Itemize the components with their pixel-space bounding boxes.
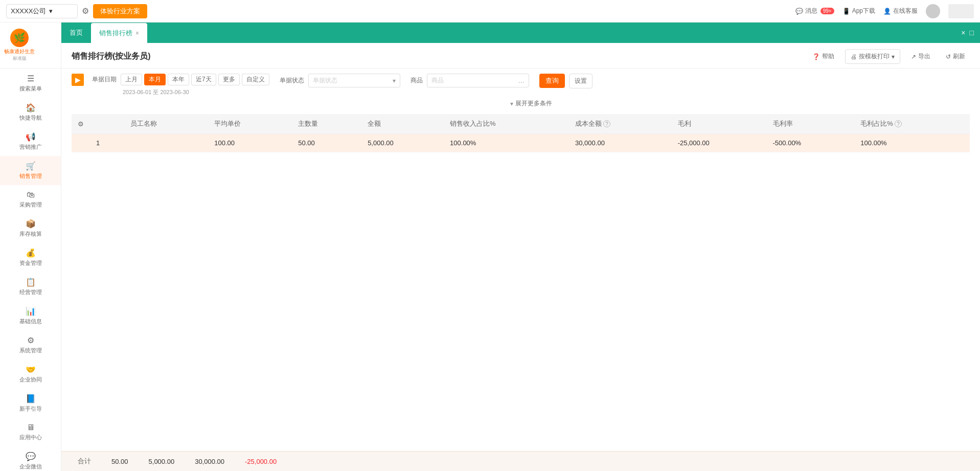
status-label: 单据状态 — [280, 76, 304, 85]
sidebar-item-purchase-mgmt[interactable]: 🛍 采购管理 — [0, 185, 61, 214]
expand-label: 展开更多条件 — [515, 99, 552, 108]
logo-sub: 标准版 — [13, 55, 27, 62]
print-icon: 🖨 — [851, 53, 857, 60]
row-rank-0: 1 — [90, 134, 124, 152]
nav-label-app-center: 应用中心 — [19, 434, 42, 441]
tab-close-icon[interactable]: × — [135, 30, 139, 37]
avatar[interactable] — [926, 4, 940, 18]
content-area: 首页 销售排行榜 × × □ 销售排行榜(按业务员) — [61, 23, 980, 471]
sidebar-item-operations[interactable]: 📋 经营管理 — [0, 272, 61, 301]
refresh-button[interactable]: ↺ 刷新 — [941, 50, 970, 63]
date-btn-this-year[interactable]: 本年 — [168, 74, 189, 85]
nav-icon-system: ⚙ — [27, 335, 34, 345]
nav-icon-app-center: 🖥 — [27, 423, 35, 432]
sidebar-logo: 🌿 畅康通好生意 标准版 — [0, 23, 61, 69]
tab-bar: 首页 销售排行榜 × × □ — [61, 23, 980, 43]
table-th-settings[interactable]: ⚙ — [72, 114, 90, 134]
status-dropdown-icon: ▾ — [393, 77, 396, 84]
sidebar-item-enterprise-wechat[interactable]: 💬 企业微信 — [0, 446, 61, 471]
table-header-row: ⚙ 员工名称 平均单价 主数量 全额 销售收入占比% 成本全额 — [72, 114, 970, 134]
trial-button[interactable]: 体验行业方案 — [93, 4, 147, 18]
goods-input[interactable]: 商品 … — [427, 74, 529, 87]
tab-home[interactable]: 首页 — [61, 23, 91, 43]
date-btn-more[interactable]: 更多 — [218, 74, 240, 85]
sidebar-item-search-order[interactable]: ☰ 搜索菜单 — [0, 69, 61, 98]
sidebar-item-capital[interactable]: 💰 资金管理 — [0, 243, 61, 272]
message-button[interactable]: 💬 消息 99+ — [795, 7, 834, 15]
tab-window-maximize-icon[interactable]: □ — [970, 29, 974, 37]
gross-pct-info-icon[interactable]: ? — [895, 120, 902, 127]
nav-icon-quick-nav: 🏠 — [26, 103, 36, 113]
filter-area: ▶ 单据日期 上月 本月 本年 近7天 — [61, 69, 980, 114]
sidebar-item-enterprise-collab[interactable]: 🤝 企业协同 — [0, 360, 61, 389]
sidebar-item-inventory[interactable]: 📦 库存核算 — [0, 214, 61, 243]
table-footer: 合计 50.00 5,000.00 30,000.00 -25,000.00 — [61, 451, 980, 471]
row-name-0 — [124, 134, 208, 152]
sidebar-item-sales-mgmt[interactable]: 🛒 销售管理 — [0, 156, 61, 185]
table-th-main-qty: 主数量 — [292, 114, 361, 134]
settings-icon[interactable]: ⚙ — [82, 6, 89, 16]
date-btn-7days[interactable]: 近7天 — [191, 74, 216, 85]
online-service-icon: 👤 — [883, 8, 891, 15]
nav-label-operations: 经营管理 — [19, 288, 42, 296]
sidebar-item-quick-nav[interactable]: 🏠 快捷导航 — [0, 98, 61, 127]
filter-main: 单据日期 上月 本月 本年 近7天 更多 自定义 — [92, 74, 970, 109]
footer-amount: 5,000.00 — [149, 458, 175, 465]
query-button[interactable]: 查询 — [539, 74, 565, 88]
goods-label: 商品 — [411, 76, 423, 85]
company-selector[interactable]: XXXXX公司 ▾ — [6, 4, 78, 18]
filter-toggle-button[interactable]: ▶ — [72, 74, 84, 86]
row-gross-0: -25,000.00 — [672, 134, 767, 152]
tab-sales-rank[interactable]: 销售排行榜 × — [91, 23, 147, 43]
footer-cost: 30,000.00 — [195, 458, 224, 465]
goods-filter-row: 商品 商品 … — [411, 74, 529, 87]
sidebar-item-marketing[interactable]: 📢 营销推广 — [0, 127, 61, 156]
app-download-button[interactable]: 📱 App下载 — [842, 7, 875, 15]
nav-icon-capital: 💰 — [26, 248, 36, 258]
table-th-sales-pct: 销售收入占比% — [444, 114, 569, 134]
status-placeholder: 单据状态 — [313, 76, 337, 85]
nav-icon-sales-mgmt: 🛒 — [26, 161, 36, 171]
sidebar-item-app-center[interactable]: 🖥 应用中心 — [0, 418, 61, 446]
status-filter-row: 单据状态 单据状态 ▾ — [280, 74, 400, 87]
table-th-name: 员工名称 — [124, 114, 208, 134]
nav-label-purchase-mgmt: 采购管理 — [19, 201, 42, 209]
help-button[interactable]: ❓ 帮助 — [808, 50, 839, 63]
row-avg-price-0: 100.00 — [208, 134, 292, 152]
page-title: 销售排行榜(按业务员) — [72, 51, 151, 62]
date-buttons: 上月 本月 本年 近7天 更多 自定义 — [121, 74, 269, 85]
sidebar-item-basic-info[interactable]: 📊 基础信息 — [0, 301, 61, 330]
nav-label-inventory: 库存核算 — [19, 230, 42, 238]
date-btn-last-month[interactable]: 上月 — [121, 74, 142, 85]
gross-pct-label: 毛利占比% — [860, 119, 893, 128]
settings-button[interactable]: 设置 — [569, 74, 592, 88]
online-service-button[interactable]: 👤 在线客服 — [883, 7, 918, 15]
status-select[interactable]: 单据状态 ▾ — [308, 74, 400, 87]
table-th-amount: 全额 — [361, 114, 444, 134]
help-label: 帮助 — [822, 52, 834, 61]
expand-more-button[interactable]: ▾ 展开更多条件 — [92, 96, 970, 109]
row-cost-0: 30,000.00 — [569, 134, 672, 152]
sidebar-item-newbie-guide[interactable]: 📘 新手引导 — [0, 389, 61, 418]
nav-icon-newbie-guide: 📘 — [26, 394, 36, 403]
cost-info-icon[interactable]: ? — [603, 120, 610, 127]
nav-label-enterprise-collab: 企业协同 — [19, 376, 42, 384]
help-icon: ❓ — [812, 53, 820, 60]
tab-window-close-icon[interactable]: × — [961, 29, 965, 37]
nav-icon-operations: 📋 — [26, 277, 36, 287]
nav-icon-enterprise-collab: 🤝 — [26, 365, 36, 374]
sidebar-item-system[interactable]: ⚙ 系统管理 — [0, 330, 61, 360]
template-print-button[interactable]: 🖨 按模板打印 ▾ — [845, 49, 900, 64]
date-btn-custom[interactable]: 自定义 — [242, 74, 269, 85]
goods-placeholder: 商品 — [431, 76, 444, 85]
message-icon: 💬 — [795, 8, 803, 15]
date-btn-this-month[interactable]: 本月 — [144, 74, 166, 85]
tab-bar-right: × □ — [961, 29, 980, 37]
data-table: ⚙ 员工名称 平均单价 主数量 全额 销售收入占比% 成本全额 — [72, 114, 970, 152]
nav-label-sales-mgmt: 销售管理 — [19, 172, 42, 180]
export-button[interactable]: ↗ 导出 — [906, 50, 935, 63]
row-gross-pct-0: 100.00% — [854, 134, 970, 152]
export-icon: ↗ — [911, 53, 916, 60]
footer-label: 合计 — [78, 457, 91, 466]
goods-filter-col: 商品 商品 … — [411, 74, 529, 87]
